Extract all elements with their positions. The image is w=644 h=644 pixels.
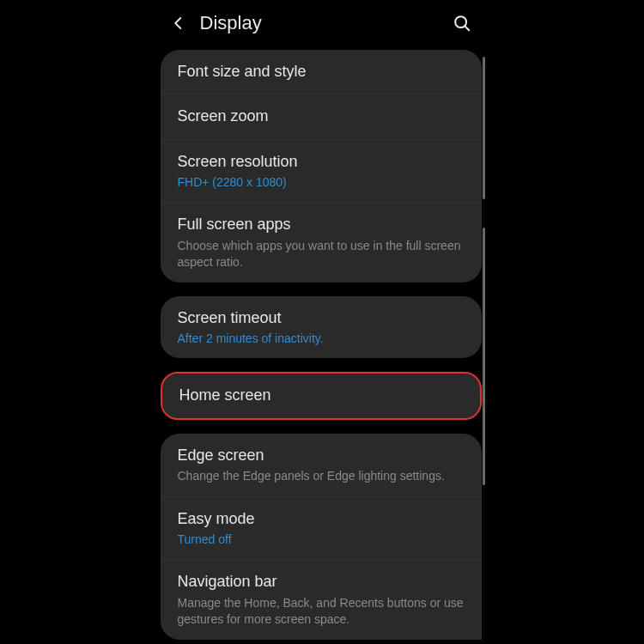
item-title: Screen zoom <box>178 106 465 126</box>
item-title: Full screen apps <box>178 215 465 234</box>
display-settings-screen: Display Font size and style Screen zoom … <box>158 0 487 644</box>
item-navigation-bar[interactable]: Navigation bar Manage the Home, Back, an… <box>161 560 482 639</box>
item-screen-resolution[interactable]: Screen resolution FHD+ (2280 x 1080) <box>161 140 482 204</box>
scrollbar-indicator[interactable] <box>483 57 485 199</box>
header-bar: Display <box>158 0 487 50</box>
item-edge-screen[interactable]: Edge screen Change the Edge panels or Ed… <box>161 434 482 497</box>
scrollbar-indicator[interactable] <box>483 228 485 485</box>
svg-line-1 <box>465 26 469 30</box>
settings-group-display: Font size and style Screen zoom Screen r… <box>161 50 482 283</box>
item-font-size-style[interactable]: Font size and style <box>161 50 482 94</box>
item-easy-mode[interactable]: Easy mode Turned off <box>161 497 482 561</box>
item-description: Choose which apps you want to use in the… <box>178 238 465 270</box>
settings-group-navigation: Edge screen Change the Edge panels or Ed… <box>161 434 482 640</box>
item-full-screen-apps[interactable]: Full screen apps Choose which apps you w… <box>161 203 482 282</box>
item-title: Screen resolution <box>178 152 465 172</box>
item-title: Edge screen <box>178 446 465 465</box>
item-screen-zoom[interactable]: Screen zoom <box>161 94 482 139</box>
search-icon[interactable] <box>453 14 471 33</box>
settings-group-home-screen: Home screen <box>161 372 482 419</box>
item-title: Home screen <box>179 386 463 405</box>
item-description: Manage the Home, Back, and Recents butto… <box>178 595 465 628</box>
item-description: Change the Edge panels or Edge lighting … <box>178 468 465 484</box>
item-screen-timeout[interactable]: Screen timeout After 2 minutes of inacti… <box>161 296 482 359</box>
item-value: After 2 minutes of inactivity. <box>178 331 465 346</box>
item-title: Screen timeout <box>178 308 465 328</box>
item-title: Easy mode <box>178 509 465 529</box>
item-value: Turned off <box>178 532 465 547</box>
item-home-screen[interactable]: Home screen <box>162 374 480 417</box>
page-title: Display <box>200 12 439 34</box>
back-icon[interactable] <box>171 15 186 31</box>
settings-list: Font size and style Screen zoom Screen r… <box>158 50 487 640</box>
item-value: FHD+ (2280 x 1080) <box>178 174 465 190</box>
settings-group-timeout: Screen timeout After 2 minutes of inacti… <box>161 296 482 359</box>
item-title: Font size and style <box>178 62 465 82</box>
item-title: Navigation bar <box>178 572 465 592</box>
